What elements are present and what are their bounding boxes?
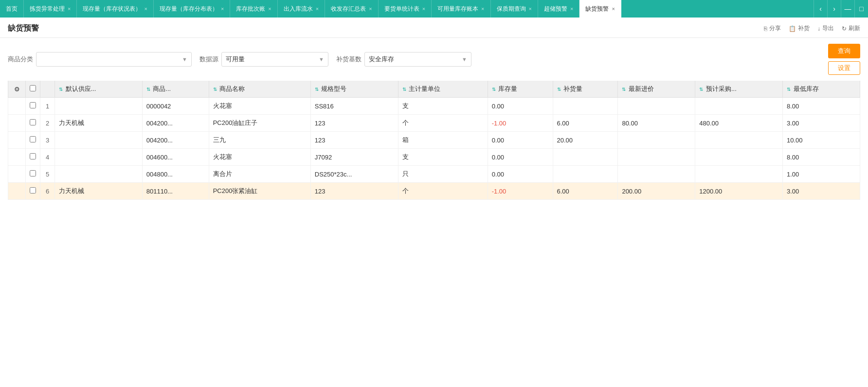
cell-supplier [55, 98, 143, 115]
col-unit[interactable]: ⇅ 主计量单位 [398, 81, 488, 98]
tab-maximize-button[interactable]: □ [854, 0, 868, 18]
row-checkbox-1[interactable] [30, 119, 36, 125]
export-action[interactable]: ↓ 导出 [817, 24, 834, 33]
cell-est-purchase: 1200.00 [695, 183, 783, 200]
cell-restock-qty [553, 98, 618, 115]
tab-inventory-dist[interactable]: 现存量（库存分布表） × [154, 0, 230, 18]
tab-inventory-status-close[interactable]: × [144, 6, 147, 12]
tab-inventory-dist-close[interactable]: × [221, 6, 224, 12]
col-gear[interactable]: ⚙ [8, 81, 26, 98]
tab-abnormal-close[interactable]: × [68, 6, 71, 12]
tab-shortage-warning-close[interactable]: × [612, 6, 615, 12]
cell-checkbox[interactable] [26, 166, 40, 183]
col-product-code[interactable]: ⇅ 商品... [142, 81, 209, 98]
col-checkbox-header[interactable] [26, 81, 40, 98]
category-select[interactable]: ▼ [36, 52, 192, 67]
tab-home-label: 首页 [6, 5, 18, 13]
cell-gear [8, 132, 26, 149]
cell-gear [8, 149, 26, 166]
table-row: 6 力天机械 801110... PC200张紧油缸 123 个 -1.00 6… [8, 183, 860, 200]
datasource-select-arrow: ▼ [319, 56, 324, 62]
col-restock-qty[interactable]: ⇅ 补货量 [553, 81, 618, 98]
tab-available-ledger-close[interactable]: × [481, 6, 484, 12]
settings-button[interactable]: 设置 [828, 61, 860, 75]
tab-available-ledger[interactable]: 可用量库存账本 × [432, 0, 490, 18]
tab-expiry-query[interactable]: 保质期查询 × [491, 0, 538, 18]
datasource-select[interactable]: 可用量 ▼ [221, 52, 328, 67]
tab-collect-summary[interactable]: 收发存汇总表 × [325, 0, 378, 18]
cell-restock-qty: 20.00 [553, 132, 618, 149]
tab-batch-account[interactable]: 库存批次账 × [230, 0, 277, 18]
select-all-checkbox[interactable] [30, 85, 36, 91]
col-row-num [40, 81, 55, 98]
row-checkbox-3[interactable] [30, 153, 36, 159]
cell-restock-qty [553, 149, 618, 166]
cell-gear [8, 183, 26, 200]
tab-batch-account-close[interactable]: × [268, 6, 271, 12]
row-checkbox-0[interactable] [30, 102, 36, 108]
cell-unit: 个 [398, 115, 488, 132]
cell-checkbox[interactable] [26, 183, 40, 200]
cell-restock-qty: 6.00 [553, 115, 618, 132]
cell-restock-qty: 6.00 [553, 183, 618, 200]
row-checkbox-2[interactable] [30, 136, 36, 142]
tab-inventory-dist-label: 现存量（库存分布表） [160, 5, 218, 13]
cell-product-code: 004600... [142, 149, 209, 166]
cell-stock: 0.00 [488, 132, 553, 149]
cell-checkbox[interactable] [26, 132, 40, 149]
restock-action[interactable]: 📋 补货 [789, 24, 810, 33]
tab-overstock-warning[interactable]: 超储预警 × [538, 0, 579, 18]
cell-checkbox[interactable] [26, 98, 40, 115]
datasource-filter-label: 数据源 [199, 55, 218, 64]
cell-row-num: 4 [40, 149, 55, 166]
cell-unit: 个 [398, 183, 488, 200]
col-default-supplier[interactable]: ⇅ 默认供应... [55, 81, 143, 98]
sort-icon-min: ⇅ [787, 87, 791, 92]
cell-min-stock: 8.00 [783, 149, 860, 166]
tab-available-ledger-label: 可用量库存账本 [437, 5, 478, 13]
cell-supplier: 力天机械 [55, 183, 143, 200]
tab-inout-flow-close[interactable]: × [316, 6, 319, 12]
tab-expiry-query-close[interactable]: × [529, 6, 532, 12]
tab-inventory-status-label: 现存量（库存状况表） [83, 5, 141, 13]
category-filter-group: 商品分类 ▼ [8, 52, 192, 67]
cell-checkbox[interactable] [26, 115, 40, 132]
col-spec[interactable]: ⇅ 规格型号 [310, 81, 398, 98]
cell-spec: 123 [310, 115, 398, 132]
cell-min-stock: 10.00 [783, 132, 860, 149]
tab-inout-flow[interactable]: 出入库流水 × [278, 0, 325, 18]
tab-next-button[interactable]: › [827, 0, 841, 18]
cell-checkbox[interactable] [26, 149, 40, 166]
tab-home[interactable]: 首页 [0, 0, 24, 18]
cell-est-purchase [695, 132, 783, 149]
tab-shortage-warning[interactable]: 缺货预警 × [579, 0, 621, 18]
tab-order-stats[interactable]: 要货单统计表 × [379, 0, 432, 18]
row-checkbox-4[interactable] [30, 170, 36, 176]
restock-base-select[interactable]: 安全库存 ▼ [364, 52, 471, 67]
cell-product-name: 火花塞 [209, 98, 310, 115]
tab-order-stats-close[interactable]: × [422, 6, 425, 12]
col-min-stock[interactable]: ⇅ 最低库存 [783, 81, 860, 98]
col-product-name[interactable]: ⇅ 商品名称 [209, 81, 310, 98]
tab-expiry-query-label: 保质期查询 [497, 5, 526, 13]
tab-collect-summary-close[interactable]: × [369, 6, 372, 12]
cell-stock: -1.00 [488, 115, 553, 132]
cell-stock: 0.00 [488, 166, 553, 183]
cell-spec: DS250*23c... [310, 166, 398, 183]
cell-row-num: 3 [40, 132, 55, 149]
export-label: 导出 [822, 24, 834, 33]
share-action[interactable]: ⎘ 分享 [764, 24, 781, 33]
tab-prev-button[interactable]: ‹ [814, 0, 827, 18]
row-checkbox-5[interactable] [30, 187, 36, 194]
sort-icon-code: ⇅ [146, 87, 150, 92]
gear-icon[interactable]: ⚙ [14, 86, 20, 93]
tab-inventory-status[interactable]: 现存量（库存状况表） × [77, 0, 153, 18]
tab-overstock-warning-close[interactable]: × [570, 6, 573, 12]
tab-minimize-button[interactable]: — [841, 0, 854, 18]
tab-abnormal[interactable]: 拣货异常处理 × [24, 0, 77, 18]
col-est-purchase[interactable]: ⇅ 预计采购... [695, 81, 783, 98]
col-stock[interactable]: ⇅ 库存量 [488, 81, 553, 98]
col-latest-price[interactable]: ⇅ 最新进价 [618, 81, 695, 98]
query-button[interactable]: 查询 [828, 44, 860, 58]
refresh-action[interactable]: ↻ 刷新 [842, 24, 860, 33]
